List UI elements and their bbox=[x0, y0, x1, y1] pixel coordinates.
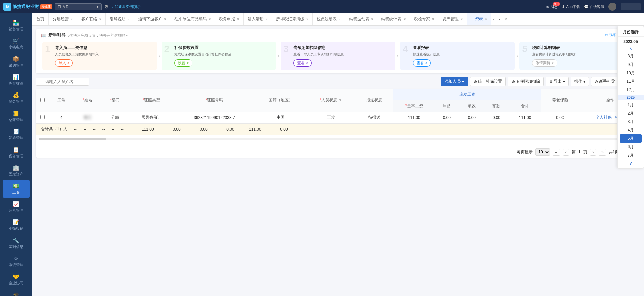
search-input[interactable] bbox=[36, 78, 89, 86]
tab-assetmgr[interactable]: 资产管理× bbox=[438, 13, 467, 26]
tab-customer[interactable]: 客户联络× bbox=[77, 13, 106, 26]
tab-close-salary[interactable]: × bbox=[485, 17, 487, 21]
sidebar-item-purchase[interactable]: 📦采购管理 bbox=[3, 53, 30, 71]
group-header-salary: 应发工资 bbox=[393, 89, 541, 100]
social-security-button[interactable]: ⊕ 统一社保设置 bbox=[470, 77, 506, 86]
pagination-first[interactable]: « bbox=[553, 149, 560, 156]
step-4-btn[interactable]: 查看 > bbox=[413, 59, 431, 67]
month-item-12[interactable]: 12月 bbox=[618, 86, 644, 94]
sidebar-item-ecommerce[interactable]: 🛒小畅电商 bbox=[3, 35, 30, 52]
month-item-3[interactable]: 3月 bbox=[618, 118, 644, 126]
scrollbar-thumb[interactable] bbox=[39, 138, 106, 140]
step-1-btn[interactable]: 导入 > bbox=[55, 59, 73, 67]
month-item-9[interactable]: 9月 bbox=[618, 60, 644, 69]
user-name-area[interactable] bbox=[621, 3, 641, 10]
sidebar-item-basic[interactable]: 🔧基础信息 bbox=[3, 235, 30, 252]
tab-clearance[interactable]: 进入清册× bbox=[244, 13, 272, 26]
tab-taxstat2[interactable]: 纳税统计表× bbox=[377, 13, 410, 26]
month-item-4[interactable]: 4月 bbox=[618, 126, 644, 134]
settings-icon[interactable]: ⚙ bbox=[104, 4, 109, 9]
month-picker-up[interactable]: ∧ bbox=[629, 46, 632, 51]
pagination-last[interactable]: » bbox=[599, 149, 606, 156]
tab-close-taxstat1[interactable]: × bbox=[371, 17, 373, 21]
sidebar-item-system[interactable]: ⚙系统管理 bbox=[3, 253, 30, 270]
company-selector[interactable]: THA Ri ▾ bbox=[55, 3, 102, 10]
pagination-next[interactable]: › bbox=[590, 149, 596, 156]
month-item-1[interactable]: 1月 bbox=[618, 101, 644, 109]
step-2-btn[interactable]: 设置 > bbox=[174, 59, 192, 67]
tab-guide[interactable]: 引导说明× bbox=[106, 13, 134, 26]
sidebar-item-assets[interactable]: 🏢固定资产 bbox=[3, 162, 30, 179]
tab-close-taxfree[interactable]: × bbox=[339, 17, 341, 21]
online-service-button[interactable]: 💬 在线客服 bbox=[584, 4, 604, 9]
sidebar-item-newbie[interactable]: 🎓新手引导 bbox=[3, 289, 30, 296]
tab-home[interactable]: 首页 bbox=[32, 13, 49, 26]
tab-taxreport[interactable]: 税务申报× bbox=[215, 13, 244, 26]
sidebar-item-enterprise[interactable]: 🤝企业协同 bbox=[3, 271, 30, 288]
tab-close-guide[interactable]: × bbox=[128, 17, 130, 21]
tab-close-taxexpert[interactable]: × bbox=[432, 17, 434, 21]
tab-close-taxstat2[interactable]: × bbox=[404, 17, 406, 21]
month-item-11[interactable]: 11月 bbox=[618, 77, 644, 86]
guide-video-link[interactable]: ⊙ 视频 bbox=[605, 32, 616, 37]
tab-close-customer[interactable]: × bbox=[99, 17, 101, 21]
horizontal-scrollbar[interactable] bbox=[39, 138, 637, 140]
tab-close-invite[interactable]: × bbox=[164, 17, 166, 21]
tab-taxexpert[interactable]: 税检专家× bbox=[410, 13, 438, 26]
demo-link[interactable]: ○ 我要看实例演示 bbox=[111, 4, 141, 9]
tab-taxfree[interactable]: 税负波动表× bbox=[313, 13, 345, 26]
tab-taxstat1[interactable]: 纳税波动表× bbox=[345, 13, 378, 26]
tab-taxcalc[interactable]: 所得税汇算清缴× bbox=[272, 13, 313, 26]
special-deduct-button[interactable]: ⊕ 专项附加扣除 bbox=[508, 77, 544, 86]
pagination: 每页显示 10 20 50 « ‹ 第 1 页 › » 共1页，1条记录 bbox=[36, 146, 641, 158]
step-3-num: 3 bbox=[283, 44, 289, 54]
select-all-checkbox[interactable] bbox=[40, 98, 45, 102]
sidebar-item-ledger[interactable]: 📒总账管理 bbox=[3, 108, 30, 125]
new-guide-button[interactable]: ⊙ 新手引导 bbox=[591, 77, 619, 86]
month-item-10[interactable]: 10月 bbox=[618, 69, 644, 77]
month-picker-down[interactable]: ∨ bbox=[629, 160, 632, 166]
month-item-5[interactable]: 5月 bbox=[620, 134, 642, 143]
month-item-6[interactable]: 6月 bbox=[618, 143, 644, 151]
month-item-2[interactable]: 2月 bbox=[618, 109, 644, 118]
per-page-select[interactable]: 10 20 50 bbox=[535, 148, 550, 156]
tab-nav-prev[interactable]: ‹ bbox=[491, 17, 497, 22]
app-download-button[interactable]: ⬇ App下载 bbox=[562, 4, 580, 9]
tab-salary[interactable]: 工资表× bbox=[467, 13, 491, 26]
row-idtype: 居民身份证 bbox=[129, 112, 174, 123]
op-social-link[interactable]: 个人社保 bbox=[596, 115, 612, 120]
sidebar-item-operations[interactable]: 📈经营管理 bbox=[3, 198, 30, 216]
tab-layered[interactable]: 分层经营× bbox=[49, 13, 77, 26]
tab-invite[interactable]: 邀请下游客户× bbox=[134, 13, 171, 26]
operate-button[interactable]: 操作 ▾ bbox=[571, 77, 589, 86]
sidebar-item-capital[interactable]: 💰资金管理 bbox=[3, 89, 30, 107]
step-5-btn[interactable]: 敬请期待 > bbox=[532, 59, 557, 67]
tab-close-taxcalc[interactable]: × bbox=[306, 17, 308, 21]
row-name: 张三 bbox=[74, 112, 101, 123]
sidebar-item-marketing[interactable]: 📝小畅报销 bbox=[3, 216, 30, 234]
sidebar-item-sales[interactable]: 🏪销售管理 bbox=[3, 17, 30, 34]
user-avatar[interactable] bbox=[608, 3, 616, 11]
export-button[interactable]: ⬇ 导出 ▾ bbox=[546, 77, 569, 86]
tab-close-taxreport[interactable]: × bbox=[237, 17, 239, 21]
sidebar-item-inventory[interactable]: 📊库存核算 bbox=[3, 71, 30, 89]
tab-close-layered[interactable]: × bbox=[71, 17, 73, 21]
tab-nav-next[interactable]: › bbox=[497, 17, 502, 22]
tab-close-goods[interactable]: × bbox=[209, 17, 211, 21]
add-person-button[interactable]: 添加人员 ▾ bbox=[441, 77, 468, 86]
page-current-label: 第 bbox=[572, 149, 576, 155]
sidebar-item-tax[interactable]: 📋税务管理 bbox=[3, 144, 30, 161]
pagination-prev[interactable]: ‹ bbox=[563, 149, 569, 156]
top-bar-right: ✉ 消息 99+ ⬇ App下载 💬 在线客服 bbox=[546, 3, 641, 11]
sidebar-item-salary[interactable]: 💵工资 bbox=[3, 180, 30, 198]
tab-close-assetmgr[interactable]: × bbox=[461, 17, 463, 21]
tab-close-all[interactable]: × bbox=[502, 17, 510, 22]
month-item-8[interactable]: 8月 bbox=[618, 52, 644, 60]
tab-close-clearance[interactable]: × bbox=[266, 17, 268, 21]
message-button[interactable]: ✉ 消息 99+ bbox=[546, 4, 558, 9]
month-item-7[interactable]: 7月 bbox=[618, 151, 644, 160]
sidebar-item-invoice[interactable]: 🧾发票管理 bbox=[3, 126, 30, 143]
step-3-btn[interactable]: 查看 > bbox=[293, 59, 311, 67]
tab-goods[interactable]: 往来单位商品编码× bbox=[170, 13, 215, 26]
row-checkbox[interactable] bbox=[40, 115, 45, 119]
